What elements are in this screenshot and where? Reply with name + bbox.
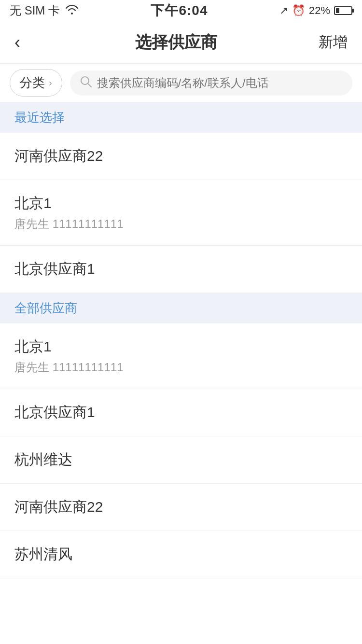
item-name: 北京供应商1 [14,403,348,422]
list-item[interactable]: 北京供应商1 [0,246,362,293]
status-right: ↗ ⏰ 22% [279,4,352,17]
list-item[interactable]: 河南供应商22 [0,133,362,180]
list-item[interactable]: 杭州维达 [0,436,362,484]
category-label: 分类 [20,74,45,91]
nav-bar: ‹ 选择供应商 新增 [0,21,362,64]
item-name: 北京1 [14,337,348,357]
all-section-label: 全部供应商 [14,301,77,315]
filter-bar: 分类 › [0,64,362,102]
list-item[interactable]: 北京1唐先生 11111111111 [0,323,362,389]
no-sim-text: 无 SIM 卡 [10,3,60,18]
item-name: 北京供应商1 [14,259,348,279]
search-icon [80,75,92,91]
status-left: 无 SIM 卡 [10,3,79,18]
back-button[interactable]: ‹ [14,32,43,53]
list-item[interactable]: 北京1唐先生 11111111111 [0,180,362,246]
list-item[interactable]: 苏州清风 [0,531,362,578]
battery-percent: 22% [309,4,330,17]
wifi-icon [65,4,79,17]
item-name: 河南供应商22 [14,146,348,166]
item-sub: 唐先生 11111111111 [14,360,348,375]
item-name: 杭州维达 [14,450,348,470]
all-items-list: 北京1唐先生 11111111111北京供应商1杭州维达河南供应商22苏州清风 [0,323,362,578]
recent-items-list: 河南供应商22北京1唐先生 11111111111北京供应商1 [0,133,362,293]
item-name: 北京1 [14,194,348,213]
status-time: 下午6:04 [151,1,208,20]
battery-icon [334,6,352,15]
add-button[interactable]: 新增 [309,32,348,52]
chevron-right-icon: › [49,77,52,88]
list-item[interactable]: 北京供应商1 [0,389,362,436]
alarm-icon: ⏰ [292,4,305,17]
location-icon: ↗ [279,4,288,17]
svg-line-1 [88,84,91,87]
page-title: 选择供应商 [135,31,217,54]
all-section-header: 全部供应商 [0,293,362,323]
list-item[interactable]: 河南供应商22 [0,484,362,531]
status-bar: 无 SIM 卡 下午6:04 ↗ ⏰ 22% [0,0,362,21]
recent-section-label: 最近选择 [14,110,65,125]
search-box [70,70,352,96]
item-sub: 唐先生 11111111111 [14,216,348,232]
item-name: 苏州清风 [14,545,348,564]
search-input[interactable] [97,76,343,90]
recent-section-header: 最近选择 [0,102,362,133]
category-button[interactable]: 分类 › [10,69,62,97]
item-name: 河南供应商22 [14,497,348,517]
